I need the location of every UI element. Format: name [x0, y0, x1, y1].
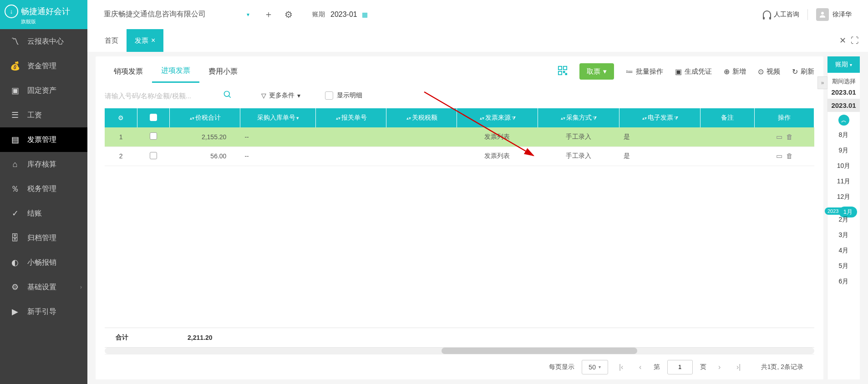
- period-year[interactable]: 2023.01: [827, 99, 860, 112]
- period-month[interactable]: 2月: [827, 214, 860, 226]
- collapse-panel-icon[interactable]: »: [817, 76, 827, 89]
- period-month[interactable]: 4月: [827, 245, 860, 257]
- first-page-button[interactable]: |‹: [615, 361, 627, 373]
- sidebar-item-archive[interactable]: 🗄归档管理: [0, 226, 87, 250]
- chart-icon: 〽: [10, 36, 20, 46]
- period-year[interactable]: 2023.01: [831, 86, 856, 99]
- period-month[interactable]: 8月: [827, 129, 860, 141]
- fetch-invoice-button[interactable]: 取票▾: [579, 63, 614, 80]
- delete-icon[interactable]: 🗑: [786, 152, 793, 160]
- col-einvoice[interactable]: ▴▾电子发票⧩: [619, 108, 700, 127]
- sidebar-item-stock[interactable]: ⌂库存核算: [0, 152, 87, 177]
- last-page-button[interactable]: ›|: [733, 361, 745, 373]
- col-amount[interactable]: ▴▾价税合计: [170, 108, 240, 127]
- col-remark[interactable]: 备注: [700, 108, 755, 127]
- col-customs-no[interactable]: ▴▾报关单号: [316, 108, 386, 127]
- checkbox-icon[interactable]: [325, 91, 333, 100]
- period-month[interactable]: 9月: [827, 145, 860, 157]
- fullscreen-icon[interactable]: ⛶: [851, 36, 859, 45]
- gear-icon: ⚙: [118, 114, 124, 121]
- filter-icon[interactable]: ⧩: [593, 115, 597, 121]
- search-icon[interactable]: [223, 90, 232, 101]
- col-settings[interactable]: ⚙: [105, 108, 137, 127]
- invoice-card: 销项发票 进项发票 费用小票 取票▾ ≔批量操作 ▣生成凭证 ⊕新增 ⊙视频 ↻…: [96, 56, 823, 379]
- period-value[interactable]: 2023-01: [330, 10, 357, 19]
- subtab-purchase[interactable]: 进项发票: [152, 60, 199, 83]
- sidebar-item-reimburse[interactable]: ◐小畅报销: [0, 250, 87, 275]
- add-invoice[interactable]: ⊕新增: [724, 67, 746, 76]
- video-help[interactable]: ⊙视频: [758, 67, 780, 76]
- period-month[interactable]: 11月: [827, 176, 860, 187]
- cloud-download-icon: [5, 5, 18, 18]
- row-checkbox[interactable]: [150, 152, 157, 159]
- company-selector[interactable]: 重庆畅捷交通信息咨询有限公司: [104, 10, 206, 19]
- col-select-all[interactable]: [137, 108, 169, 127]
- period-month-current[interactable]: 2023 1月: [827, 207, 860, 210]
- subtab-expense[interactable]: 费用小票: [199, 60, 247, 83]
- svg-point-0: [821, 12, 824, 15]
- sidebar-item-closing[interactable]: ✓结账: [0, 201, 87, 226]
- period-month[interactable]: 6月: [827, 276, 860, 288]
- user-avatar-icon[interactable]: [816, 8, 829, 21]
- sidebar-item-asset[interactable]: ▣固定资产: [0, 78, 87, 103]
- delete-icon[interactable]: 🗑: [786, 133, 793, 141]
- sidebar-item-salary[interactable]: ☰工资: [0, 103, 87, 127]
- page-size-select[interactable]: 50▾: [582, 360, 608, 374]
- close-icon[interactable]: ×: [151, 36, 155, 45]
- col-source[interactable]: ▴▾发票来源⧩: [457, 108, 538, 127]
- qr-icon[interactable]: [558, 66, 568, 77]
- gear-icon[interactable]: ⚙: [281, 7, 296, 22]
- add-icon[interactable]: ＋: [261, 7, 276, 22]
- support-link[interactable]: 人工咨询: [774, 10, 799, 19]
- view-icon[interactable]: ▭: [776, 133, 782, 141]
- horizontal-scrollbar[interactable]: [105, 348, 814, 354]
- sidebar-item-guide[interactable]: ▶新手引导: [0, 299, 87, 324]
- filter-icon[interactable]: ▾: [296, 115, 299, 121]
- period-month[interactable]: 3月: [827, 229, 860, 241]
- gen-voucher[interactable]: ▣生成凭证: [675, 67, 712, 76]
- sidebar-item-settings[interactable]: ⚙基础设置›: [0, 275, 87, 299]
- page-input[interactable]: [667, 360, 693, 374]
- chevron-down-icon[interactable]: ▾: [247, 11, 249, 18]
- col-collect[interactable]: ▴▾采集方式⧩: [538, 108, 619, 127]
- calendar-icon[interactable]: ▦: [362, 11, 368, 18]
- tab-home[interactable]: 首页: [96, 29, 127, 52]
- col-ops: 操作: [755, 108, 814, 127]
- close-all-icon[interactable]: ✕: [839, 35, 846, 45]
- filter-icon[interactable]: ⧩: [674, 115, 678, 121]
- svg-rect-2: [563, 66, 567, 70]
- next-page-button[interactable]: ›: [714, 361, 726, 373]
- prev-page-button[interactable]: ‹: [635, 361, 646, 373]
- row-checkbox[interactable]: [150, 132, 157, 140]
- sidebar-item-tax[interactable]: ％税务管理: [0, 177, 87, 201]
- play-circle-icon: ⊙: [758, 67, 764, 76]
- col-purchase-no[interactable]: 采购入库单号▾: [240, 108, 316, 127]
- period-title: 期间选择: [832, 77, 856, 86]
- period-month[interactable]: 10月: [827, 160, 860, 172]
- sidebar-item-fund[interactable]: 💰资金管理: [0, 54, 87, 78]
- table-row[interactable]: 2 56.00 -- 发票列表 手工录入 是 ▭🗑: [105, 147, 814, 166]
- user-name[interactable]: 徐泽华: [832, 10, 852, 19]
- more-filters[interactable]: ▽更多条件▾: [261, 91, 300, 100]
- period-panel: » 账期▾ 期间选择 2023.01 2023.01 ︽ 8月 9月 10月 1…: [827, 56, 860, 379]
- show-detail-toggle[interactable]: 显示明细: [325, 91, 362, 100]
- period-head[interactable]: 账期▾: [827, 56, 860, 73]
- sidebar-item-invoice[interactable]: ▤发票管理: [0, 127, 87, 152]
- col-customs-tax[interactable]: ▴▾关税税额: [386, 108, 457, 127]
- period-month[interactable]: 5月: [827, 260, 860, 272]
- filter-icon[interactable]: ⧩: [512, 115, 516, 121]
- scroll-up-icon[interactable]: ︽: [838, 115, 849, 126]
- batch-action[interactable]: ≔批量操作: [626, 67, 663, 76]
- refresh[interactable]: ↻刷新: [792, 67, 814, 76]
- search-input[interactable]: [105, 92, 223, 100]
- list-icon: ≔: [626, 67, 633, 76]
- view-icon[interactable]: ▭: [776, 152, 782, 160]
- chevron-down-icon: ▾: [297, 92, 300, 99]
- sidebar-item-report[interactable]: 〽云报表中心: [0, 29, 87, 54]
- table-row[interactable]: 1 2,155.20 -- 发票列表 手工录入 是 ▭🗑: [105, 127, 814, 147]
- period-month[interactable]: 12月: [827, 191, 860, 203]
- subtab-sales[interactable]: 销项发票: [105, 60, 152, 83]
- tab-invoice[interactable]: 发票×: [127, 29, 163, 52]
- plus-circle-icon: ⊕: [724, 67, 730, 76]
- headset-icon: [763, 10, 771, 19]
